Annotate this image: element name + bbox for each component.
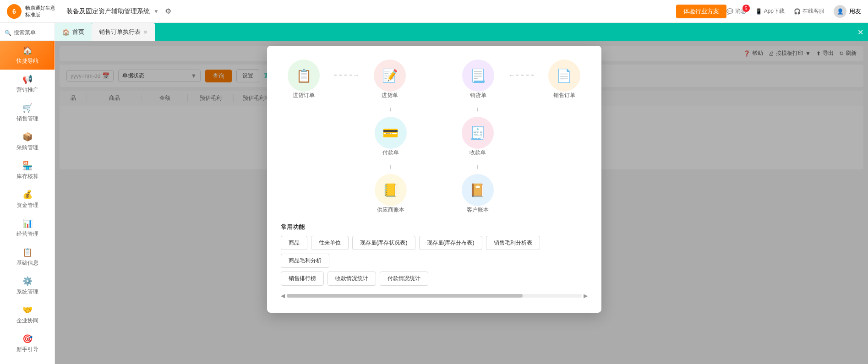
scrollbar-track[interactable]: [287, 294, 582, 298]
flow-item-supplier[interactable]: 📒 供应商账本: [375, 174, 407, 214]
sidebar-item-quick-nav[interactable]: 🏠 快捷导航: [0, 41, 55, 70]
system-dropdown-btn[interactable]: ▼: [153, 8, 159, 15]
message-btn[interactable]: 💬 消息 5: [726, 7, 746, 15]
operations-icon: 📊: [22, 218, 33, 228]
sidebar-item-finance[interactable]: 💰 资金管理: [0, 185, 55, 214]
app-download-btn[interactable]: 📱 App下载: [755, 7, 785, 15]
func-btn-0[interactable]: 商品: [281, 236, 307, 250]
finance-icon: 💰: [22, 190, 33, 200]
supplier-icon: 📒: [382, 183, 399, 198]
tab-bar-close-btn[interactable]: ✕: [857, 28, 863, 37]
arrow-left-1: ←: [508, 71, 516, 79]
top-header: 6 畅康通好生意 标准版 装备及固定资产辅助管理系统 ▼ ⚙ 体验行业方案 💬 …: [0, 0, 868, 23]
func-btn-5[interactable]: 商品毛利分析: [281, 254, 329, 268]
tab-home[interactable]: 🏠 首页: [55, 23, 92, 41]
sales-bill-circle[interactable]: 📃: [462, 60, 494, 92]
spacer-down-2: [333, 103, 361, 115]
sidebar-item-purchase[interactable]: 📦 采购管理: [0, 127, 55, 156]
tab-close-btn[interactable]: ✕: [143, 29, 147, 35]
spacer-down-5: [549, 103, 581, 115]
sidebar-item-marketing[interactable]: 📢 营销推广: [0, 70, 55, 98]
func-btn-3[interactable]: 现存量(库存分布表): [419, 236, 482, 250]
search-icon: 🔍: [5, 30, 11, 36]
flow-item-purchase-bill[interactable]: 📝 进货单: [374, 60, 406, 99]
sidebar-item-system[interactable]: ⚙️ 系统管理: [0, 272, 55, 300]
logo-area: 6 畅康通好生意 标准版: [7, 4, 62, 19]
logo-icon: 6: [7, 4, 22, 19]
experience-btn[interactable]: 体验行业方案: [676, 5, 726, 18]
purchase-bill-circle[interactable]: 📝: [374, 60, 406, 92]
sales-order-label: 销售订单: [553, 92, 575, 99]
username: 用友: [849, 7, 861, 16]
sidebar-item-newbie[interactable]: 🎯 新手引导: [0, 329, 55, 358]
supplier-label: 供应商账本: [377, 206, 404, 214]
common-functions: 常用功能 商品 往来单位 现存量(库存状况表) 现存量(库存分布表) 销售毛利分…: [281, 223, 588, 286]
flow-item-receipt[interactable]: 🧾 收款单: [462, 117, 494, 157]
flow-modal: 📋 进货订单 → 📝: [267, 46, 601, 313]
settings-gear-btn[interactable]: ⚙: [165, 7, 171, 16]
modal-overlay[interactable]: 📋 进货订单 → 📝: [55, 41, 868, 364]
func-btn-4[interactable]: 销售毛利分析表: [486, 236, 540, 250]
sidebar-label-operations: 经营管理: [16, 230, 38, 238]
system-title-area: 装备及固定资产辅助管理系统 ▼ ⚙: [66, 7, 676, 16]
marketing-icon: 📢: [22, 74, 33, 84]
sp3: [420, 160, 448, 172]
dashed-line-1: [334, 75, 352, 76]
header-right: 💬 消息 5 📱 App下载 🎧 在线客服 👤 用友: [726, 5, 861, 18]
flow-item-purchase-order[interactable]: 📋 进货订单: [288, 60, 320, 99]
receipt-icon: 🧾: [469, 125, 486, 141]
func-btn-1[interactable]: 往来单位: [311, 236, 349, 250]
purchase-icon: 📦: [22, 132, 33, 142]
purchase-order-icon: 📋: [296, 68, 312, 83]
sidebar-item-sales[interactable]: 🛒 销售管理: [0, 98, 55, 127]
user-avatar-icon: 👤: [837, 8, 844, 15]
tab-bar: 🏠 首页 销售订单执行表 ✕ ✕: [55, 23, 868, 41]
sidebar-item-basic-info[interactable]: 📋 基础信息: [0, 243, 55, 272]
spacer-down-4: [508, 103, 535, 115]
sidebar-label-quick-nav: 快捷导航: [16, 57, 38, 65]
sales-icon: 🛒: [22, 103, 33, 113]
purchase-order-circle[interactable]: 📋: [288, 60, 320, 92]
sidebar-label-purchase: 采购管理: [16, 144, 38, 152]
flow-item-sales-bill[interactable]: 📃 销货单: [462, 60, 494, 99]
func-btn-2[interactable]: 现存量(库存状况表): [352, 236, 415, 250]
receipt-label: 收款单: [469, 149, 486, 157]
arrow-purchase: →: [334, 71, 360, 79]
user-menu[interactable]: 👤 用友: [834, 5, 861, 18]
flow-item-sales-order[interactable]: 📄 销售订单: [548, 60, 580, 99]
sales-order-circle[interactable]: 📄: [548, 60, 580, 92]
tab-sales-order-exec[interactable]: 销售订单执行表 ✕: [92, 23, 155, 41]
customer-icon: 📔: [469, 183, 486, 198]
flow-bottom-section: 📒 供应商账本 📔 客户账本: [281, 174, 588, 214]
customer-label: 客户账本: [467, 206, 489, 214]
func-btn-7[interactable]: 收款情况统计: [328, 272, 376, 286]
sp5: [549, 160, 581, 172]
flow-top-section: 📋 进货订单 → 📝: [281, 60, 588, 99]
supplier-circle[interactable]: 📒: [375, 174, 407, 206]
online-service-btn[interactable]: 🎧 在线客服: [794, 7, 824, 15]
sidebar-label-newbie: 新手引导: [16, 346, 38, 353]
sidebar-item-operations[interactable]: 📊 经营管理: [0, 214, 55, 243]
func-buttons-row2: 销售排行榜 收款情况统计 付款情况统计: [281, 272, 588, 286]
inventory-icon: 🏪: [22, 161, 33, 171]
func-btn-6[interactable]: 销售排行榜: [281, 272, 324, 286]
sidebar-label-sales: 销售管理: [16, 115, 38, 123]
search-menu-btn[interactable]: 🔍 搜索菜单: [0, 25, 55, 41]
system-icon: ⚙️: [22, 276, 33, 286]
flow-item-customer[interactable]: 📔 客户账本: [462, 174, 494, 214]
scroll-left-btn[interactable]: ◀: [281, 293, 285, 299]
sidebar-label-system: 系统管理: [16, 288, 38, 296]
flow-arrows-down: ↓ ↓: [281, 103, 588, 115]
scroll-right-btn[interactable]: ▶: [584, 293, 588, 299]
customer-circle[interactable]: 📔: [462, 174, 494, 206]
payment-circle[interactable]: 💳: [375, 117, 407, 149]
arrow-right-1: →: [352, 71, 360, 79]
receipt-circle[interactable]: 🧾: [462, 117, 494, 149]
flow-arrows-down2: ↓ ↓: [281, 160, 588, 172]
flow-item-payment[interactable]: 💳 付款单: [375, 117, 407, 157]
common-title: 常用功能: [281, 223, 588, 231]
sidebar-item-inventory[interactable]: 🏪 库存核算: [0, 156, 55, 185]
spacer-down-3: [420, 103, 448, 115]
sidebar-item-enterprise[interactable]: 🤝 企业协同: [0, 300, 55, 329]
func-btn-8[interactable]: 付款情况统计: [380, 272, 428, 286]
